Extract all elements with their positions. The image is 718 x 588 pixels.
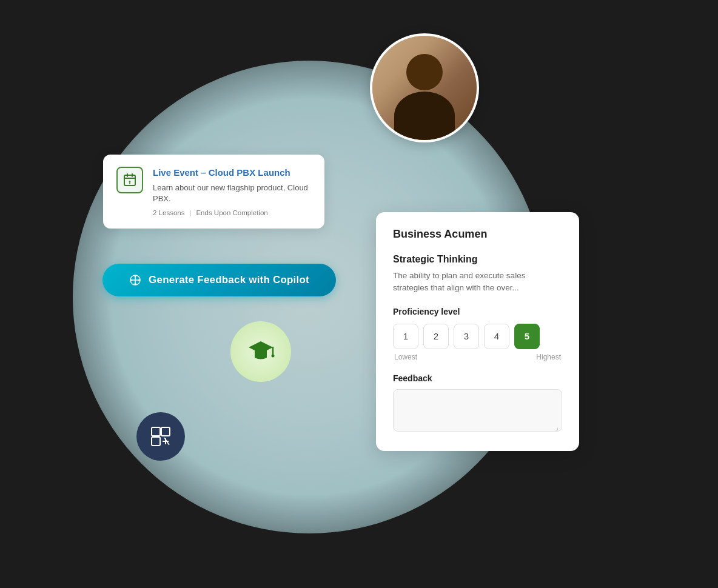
scale-button-5[interactable]: 5: [514, 324, 540, 349]
svg-point-11: [131, 279, 133, 281]
event-metadata: 2 Lessons | Ends Upon Completion: [153, 209, 311, 216]
copilot-icon: [129, 274, 141, 286]
resize-handle: ⌟: [555, 423, 559, 432]
event-title: Live Event – Cloud PBX Launch: [153, 167, 311, 179]
event-lessons: 2 Lessons: [153, 209, 184, 216]
scale-button-4[interactable]: 4: [484, 324, 509, 349]
profile-avatar-container: [370, 33, 479, 142]
generate-feedback-button[interactable]: Generate Feedback with Copilot: [102, 264, 336, 296]
avatar: [372, 36, 477, 140]
scale-button-1[interactable]: 1: [393, 324, 418, 349]
lowest-label: Lowest: [394, 353, 417, 361]
feedback-box: ⌟: [393, 389, 562, 434]
svg-point-9: [135, 276, 136, 278]
skill-description: The ability to plan and execute sales st…: [393, 270, 562, 295]
skill-title: Strategic Thinking: [393, 254, 562, 265]
event-calendar-icon: [116, 167, 143, 193]
svg-rect-18: [152, 437, 160, 446]
business-acumen-card: Business Acumen Strategic Thinking The a…: [376, 212, 579, 451]
event-separator: |: [189, 209, 191, 216]
main-scene: Live Event – Cloud PBX Launch Learn abou…: [0, 0, 718, 588]
event-card: Live Event – Cloud PBX Launch Learn abou…: [103, 155, 324, 229]
feedback-textarea[interactable]: [393, 389, 562, 432]
event-info: Live Event – Cloud PBX Launch Learn abou…: [153, 167, 311, 216]
scale-button-3[interactable]: 3: [454, 324, 479, 349]
proficiency-label: Proficiency level: [393, 307, 562, 316]
svg-point-12: [138, 279, 140, 281]
copilot-button-label: Generate Feedback with Copilot: [149, 274, 309, 286]
svg-point-10: [135, 283, 136, 285]
scale-button-2[interactable]: 2: [423, 324, 449, 349]
strategy-icon-circle: [136, 412, 185, 461]
svg-point-15: [272, 355, 275, 358]
card-title: Business Acumen: [393, 228, 562, 241]
event-completion: Ends Upon Completion: [196, 209, 267, 216]
highest-label: Highest: [536, 353, 561, 361]
graduation-icon-circle: [230, 321, 291, 382]
feedback-label: Feedback: [393, 373, 562, 383]
svg-rect-16: [152, 427, 160, 436]
proficiency-scale: 1 2 3 4 5: [393, 324, 562, 349]
svg-rect-17: [161, 427, 170, 436]
event-description: Learn about our new flagship product, Cl…: [153, 182, 311, 204]
scale-labels: Lowest Highest: [393, 353, 562, 361]
